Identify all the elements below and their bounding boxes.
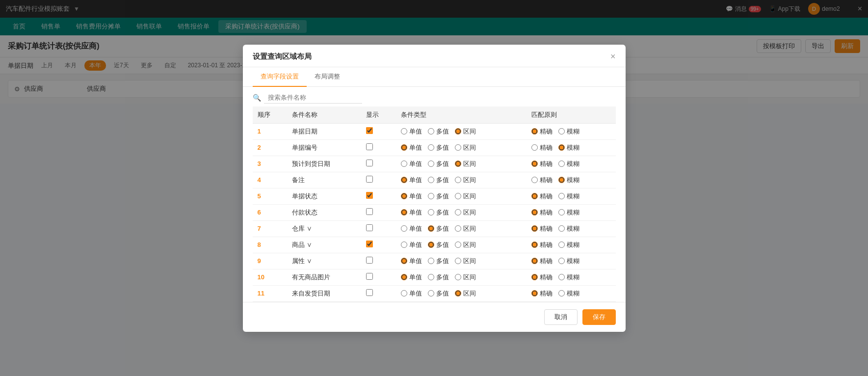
modal-tab-bar: 查询字段设置 布局调整 bbox=[243, 67, 626, 87]
modal-search-area: 🔍 bbox=[243, 87, 626, 104]
modal-dialog: 设置查询区域布局 × 查询字段设置 布局调整 🔍 顺序 条件名称 显示 条件类型 bbox=[243, 45, 626, 104]
modal-tab-query-fields[interactable]: 查询字段设置 bbox=[253, 67, 307, 87]
modal-header: 设置查询区域布局 × bbox=[243, 45, 626, 67]
modal-tab-layout[interactable]: 布局调整 bbox=[307, 67, 348, 87]
modal-close-button[interactable]: × bbox=[610, 52, 616, 62]
search-icon: 🔍 bbox=[253, 94, 261, 102]
search-input[interactable] bbox=[264, 92, 362, 104]
modal-title: 设置查询区域布局 bbox=[253, 52, 312, 61]
modal-overlay: 设置查询区域布局 × 查询字段设置 布局调整 🔍 顺序 条件名称 显示 条件类型 bbox=[0, 0, 868, 104]
